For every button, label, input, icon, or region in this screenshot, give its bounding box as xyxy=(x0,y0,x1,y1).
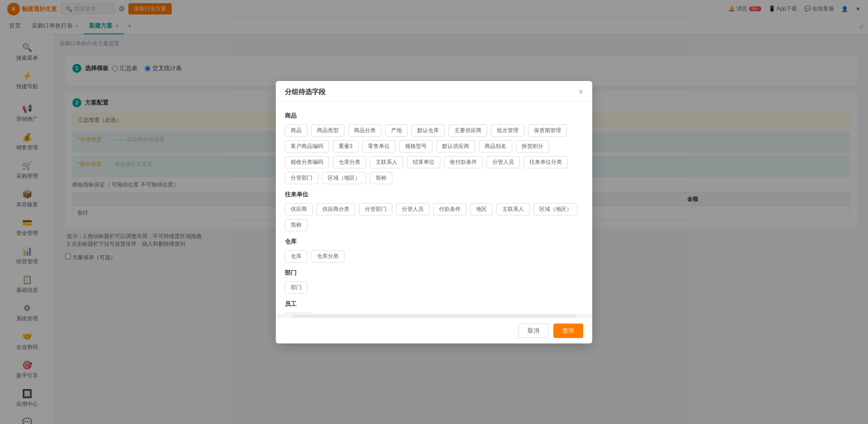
modal-horizontal-scrollbar[interactable] xyxy=(276,314,592,318)
modal-title: 分组待选字段 xyxy=(285,88,326,96)
tag-supplier[interactable]: 供应商 xyxy=(285,203,313,215)
tag-warehouse-cat[interactable]: 仓库分类 xyxy=(311,250,344,262)
tag-goods-type[interactable]: 商品类型 xyxy=(311,124,344,137)
modal-footer: 取消 查询 xyxy=(276,318,592,343)
modal-body: 商品 商品 商品类型 商品分类 产地 默认仓库 主要供应商 批次管理 保质期管理… xyxy=(276,102,592,314)
section-counterpart-title: 往来单位 xyxy=(285,191,583,199)
tag-abbr[interactable]: 简称 xyxy=(370,172,392,184)
tag-origin[interactable]: 产地 xyxy=(385,124,408,137)
tag-mgmt-dept[interactable]: 分管部门 xyxy=(359,203,392,215)
tag-batch-mgmt[interactable]: 批次管理 xyxy=(491,124,524,137)
tag-supplier-category[interactable]: 供应商分类 xyxy=(316,203,355,215)
tag-goods-category[interactable]: 商品分类 xyxy=(348,124,382,137)
modal-overlay: 分组待选字段 × 商品 商品 商品类型 商品分类 产地 默认仓库 主要供应商 批… xyxy=(0,0,868,424)
tag-dept[interactable]: 分管部门 xyxy=(285,172,318,184)
tag-area[interactable]: 地区 xyxy=(470,203,493,215)
section-department-title: 部门 xyxy=(285,269,583,277)
tag-partner-category[interactable]: 往来单位分类 xyxy=(524,156,568,168)
tag-payment-condition[interactable]: 付款条件 xyxy=(433,203,467,215)
tag-main-supplier[interactable]: 主要供应商 xyxy=(448,124,487,137)
tag-expiry-mgmt[interactable]: 保质期管理 xyxy=(528,124,567,137)
tag-spec-model[interactable]: 规格型号 xyxy=(399,140,433,152)
section-warehouse-title: 仓库 xyxy=(285,238,583,246)
tag-region2[interactable]: 区域（地区） xyxy=(533,203,578,215)
tag-main-contact[interactable]: 主联系人 xyxy=(370,156,403,168)
modal-header: 分组待选字段 × xyxy=(276,81,592,102)
tag-department[interactable]: 部门 xyxy=(285,281,307,294)
tag-mgmt-person[interactable]: 分管人员 xyxy=(396,203,429,215)
tag-manager[interactable]: 分管人员 xyxy=(486,156,520,168)
tag-default-warehouse[interactable]: 默认仓库 xyxy=(411,124,445,137)
tag-weight[interactable]: 重量3 xyxy=(333,140,359,152)
modal: 分组待选字段 × 商品 商品 商品类型 商品分类 产地 默认仓库 主要供应商 批… xyxy=(276,81,592,343)
section-goods-title: 商品 xyxy=(285,112,583,120)
section-warehouse-tags: 仓库 仓库分类 xyxy=(285,250,583,262)
tag-abbr2[interactable]: 简称 xyxy=(285,219,307,231)
cancel-button[interactable]: 取消 xyxy=(518,324,549,338)
section-goods-tags: 商品 商品类型 商品分类 产地 默认仓库 主要供应商 批次管理 保质期管理 客户… xyxy=(285,124,583,184)
section-department-tags: 部门 xyxy=(285,281,583,294)
tag-main-contact2[interactable]: 主联系人 xyxy=(496,203,530,215)
tag-payment-terms[interactable]: 收付款条件 xyxy=(444,156,483,168)
tag-warehouse-category[interactable]: 仓库分类 xyxy=(333,156,366,168)
tag-default-supplier[interactable]: 默认供应商 xyxy=(436,140,475,152)
modal-close-button[interactable]: × xyxy=(578,87,583,97)
tag-retail-unit[interactable]: 零售单位 xyxy=(362,140,396,152)
tag-customer-code[interactable]: 客户商品编码 xyxy=(285,140,329,152)
tag-region[interactable]: 区域（地区） xyxy=(322,172,366,184)
tag-tax-code[interactable]: 税收分类编码 xyxy=(285,156,329,168)
confirm-button[interactable]: 查询 xyxy=(553,324,583,338)
section-staff-title: 员工 xyxy=(285,300,583,308)
tag-warehouse[interactable]: 仓库 xyxy=(285,250,307,262)
tag-settlement-unit[interactable]: 结算单位 xyxy=(407,156,440,168)
tag-split-points[interactable]: 拆货积分 xyxy=(516,140,549,152)
section-counterpart-tags: 供应商 供应商分类 分管部门 分管人员 付款条件 地区 主联系人 区域（地区） … xyxy=(285,203,583,231)
tag-goods[interactable]: 商品 xyxy=(285,124,307,137)
tag-goods-alias[interactable]: 商品别名 xyxy=(479,140,512,152)
